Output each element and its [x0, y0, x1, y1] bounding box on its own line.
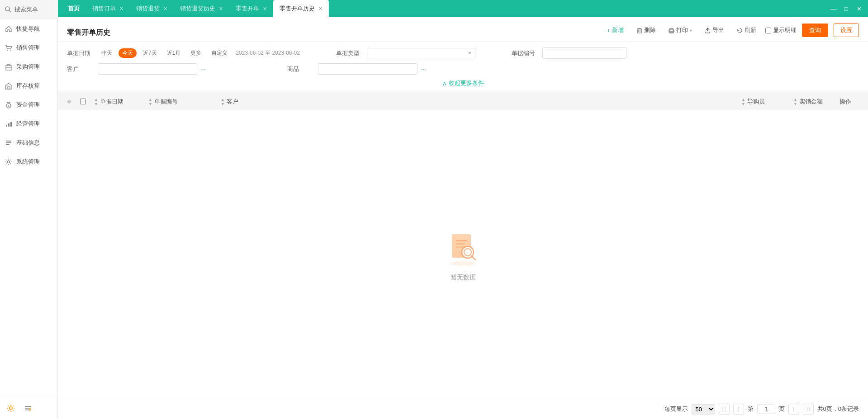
th-guide[interactable]: ▲▼ 导购员	[737, 93, 782, 110]
tab-sales-return[interactable]: 销货退货 ✕	[130, 0, 174, 17]
sidebar-item-sales-mgmt[interactable]: 销售管理	[0, 38, 57, 57]
th-action: 操作	[827, 93, 863, 110]
export-button[interactable]: 导出	[701, 24, 728, 36]
first-page-btn[interactable]: ⟨⟨	[719, 404, 730, 414]
collapse-row[interactable]: ∧ 收起更多条件	[67, 79, 859, 87]
search-icon	[5, 6, 12, 13]
sidebar-item-base-info[interactable]: 基础信息	[0, 133, 57, 152]
date-btn-custom[interactable]: 自定义	[208, 48, 231, 58]
chart-icon	[5, 120, 13, 128]
close-btn[interactable]: ✕	[854, 3, 864, 14]
sidebar-item-quick-nav[interactable]: 快捷导航	[0, 19, 57, 38]
collapse-icon: ∧	[442, 80, 447, 87]
number-input[interactable]	[542, 47, 626, 59]
prev-page-btn[interactable]: ⟨	[733, 404, 744, 414]
page-header: 零售开单历史 + 新增 删除	[58, 17, 868, 42]
tab-retail-history[interactable]: 零售开单历史 ✕	[273, 0, 329, 17]
close-icon[interactable]: ✕	[119, 6, 123, 12]
sort-arrows-num: ▲▼	[148, 97, 152, 106]
tab-retail-open[interactable]: 零售开单 ✕	[229, 0, 273, 17]
close-icon[interactable]: ✕	[163, 6, 167, 12]
sidebar-item-inventory[interactable]: 库存核算	[0, 76, 57, 95]
sort-arrows-guide: ▲▼	[741, 97, 745, 106]
goods-label: 商品	[287, 65, 314, 73]
customer-input[interactable]	[98, 63, 197, 75]
th-checkbox[interactable]	[76, 93, 90, 110]
th-guide-label: 导购员	[747, 98, 765, 106]
next-page-btn[interactable]: ⟩	[788, 404, 799, 414]
date-filter: 单据日期 昨天 今天 近7天 近1月 更多 自定义 2023-06-02 至 2…	[67, 48, 300, 58]
svg-rect-6	[7, 87, 10, 89]
tab-home[interactable]: 首页	[62, 0, 86, 17]
minimize-btn[interactable]: —	[828, 3, 839, 14]
tab-label: 销货退货	[136, 5, 160, 13]
date-btn-7days[interactable]: 近7天	[139, 48, 161, 58]
th-action-label: 操作	[840, 98, 851, 106]
sidebar-search[interactable]: 搜索菜单	[0, 0, 57, 19]
collapse-label: 收起更多条件	[449, 79, 484, 87]
query-button[interactable]: 查询	[802, 24, 828, 37]
pagination: 每页显示 20 50 100 ⟨⟨ ⟨ 第 页 ⟩ ⟩⟩ 共0页，0条记录	[58, 399, 868, 419]
type-select[interactable]: ▾	[367, 48, 475, 58]
svg-point-27	[451, 261, 476, 266]
per-page-label: 每页显示	[664, 405, 688, 413]
settings-bottom-btn[interactable]	[5, 402, 17, 414]
th-number[interactable]: ▲▼ 单据编号	[144, 93, 216, 110]
customer-label: 客户	[67, 65, 94, 73]
sidebar-item-purchase-mgmt[interactable]: 采购管理	[0, 57, 57, 76]
window-controls: — □ ✕	[828, 3, 864, 14]
filter-row-1: 单据日期 昨天 今天 近7天 近1月 更多 自定义 2023-06-02 至 2…	[67, 47, 859, 59]
show-detail-check[interactable]: 显示明细	[765, 26, 797, 34]
th-date-label: 单据日期	[100, 98, 123, 106]
tab-sales-return-history[interactable]: 销货退货历史 ✕	[174, 0, 229, 17]
sidebar-item-operations[interactable]: 经营管理	[0, 114, 57, 133]
sidebar-item-finance[interactable]: 资金管理	[0, 95, 57, 114]
th-settings[interactable]	[62, 93, 76, 110]
tab-label: 销货退货历史	[180, 5, 215, 13]
select-all-checkbox[interactable]	[80, 99, 86, 104]
date-btn-yesterday[interactable]: 昨天	[98, 48, 116, 58]
settings-button[interactable]: 设置	[834, 24, 859, 37]
th-amount[interactable]: ▲▼ 实销金额	[782, 93, 827, 110]
date-btn-today[interactable]: 今天	[119, 48, 137, 58]
sidebar-item-label: 库存核算	[16, 82, 40, 90]
svg-rect-13	[6, 142, 11, 143]
show-detail-checkbox[interactable]	[765, 28, 771, 33]
export-icon	[705, 28, 711, 33]
customer-dots[interactable]: ···	[201, 66, 206, 72]
th-date[interactable]: ▲▼ 单据日期	[90, 93, 144, 110]
print-label: 打印	[676, 26, 688, 34]
tab-label: 销售订单	[92, 5, 116, 13]
tab-sales-order[interactable]: 销售订单 ✕	[86, 0, 130, 17]
refresh-button[interactable]: 刷新	[733, 24, 760, 36]
print-button[interactable]: 打印 ▾	[665, 24, 696, 36]
close-icon[interactable]: ✕	[263, 6, 267, 12]
date-btn-more[interactable]: 更多	[187, 48, 205, 58]
svg-point-15	[8, 161, 10, 163]
page-label: 第	[748, 405, 754, 413]
money-icon	[5, 101, 13, 109]
collapse-sidebar-btn[interactable]	[22, 402, 34, 414]
goods-filter: 商品 ···	[287, 63, 426, 75]
sidebar-item-sys-mgmt[interactable]: 系统管理	[0, 152, 57, 171]
svg-point-0	[5, 7, 9, 11]
delete-button[interactable]: 删除	[633, 24, 659, 36]
maximize-btn[interactable]: □	[841, 3, 852, 14]
last-page-btn[interactable]: ⟩⟩	[803, 404, 814, 414]
add-button[interactable]: + 新增	[603, 24, 627, 36]
main-area: 首页 销售订单 ✕ 销货退货 ✕ 销货退货历史 ✕ 零售开单 ✕ 零售开单历史 …	[58, 0, 868, 419]
page-input[interactable]	[757, 405, 775, 414]
cart-icon	[5, 44, 13, 52]
filter-area: 单据日期 昨天 今天 近7天 近1月 更多 自定义 2023-06-02 至 2…	[58, 42, 868, 93]
type-label: 单据类型	[336, 49, 363, 57]
page-title: 零售开单历史	[67, 28, 110, 38]
date-btn-1month[interactable]: 近1月	[163, 48, 185, 58]
add-label: + 新增	[607, 26, 624, 34]
goods-input[interactable]	[318, 63, 417, 75]
per-page-select[interactable]: 20 50 100	[692, 404, 715, 414]
filter-row-2: 客户 ··· 商品 ···	[67, 63, 859, 75]
close-icon[interactable]: ✕	[219, 6, 223, 12]
th-customer[interactable]: ▲▼ 客户	[216, 93, 737, 110]
goods-dots[interactable]: ···	[421, 66, 426, 72]
close-icon[interactable]: ✕	[318, 6, 323, 12]
